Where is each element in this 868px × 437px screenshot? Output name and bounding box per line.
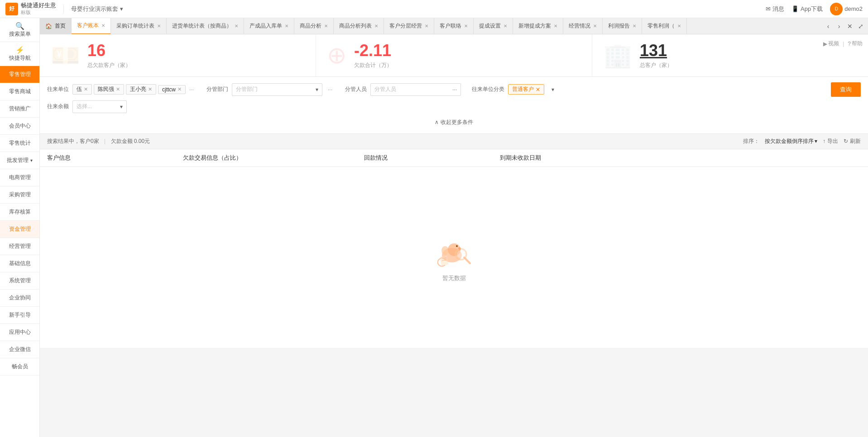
- sidebar-item-label: 应用中心: [2, 328, 38, 336]
- tab-label: 产成品入库单: [249, 22, 282, 30]
- user-menu[interactable]: D demo2: [830, 3, 863, 15]
- filter-tag-close-cjttcw[interactable]: ✕: [177, 86, 182, 92]
- tab-close-icon[interactable]: ✕: [554, 24, 557, 28]
- tab-close-icon[interactable]: ✕: [235, 24, 238, 28]
- play-icon: ▶: [823, 41, 827, 47]
- sidebar-item-system[interactable]: 系统管理: [0, 272, 39, 290]
- sidebar-search-menu[interactable]: 🔍 搜索菜单: [0, 18, 39, 42]
- tab-expand-btn[interactable]: ⤢: [856, 22, 865, 31]
- sidebar-item-basic-info[interactable]: 基础信息: [0, 255, 39, 272]
- filter-tag-close-wu[interactable]: ✕: [84, 86, 88, 92]
- tab-close-icon[interactable]: ✕: [425, 24, 428, 28]
- dept-more-btn[interactable]: ···: [326, 86, 334, 94]
- tab-new-commission[interactable]: 新增提成方案 ✕: [513, 18, 563, 34]
- stat-body-debt: -2.11 欠款合计（万）: [354, 42, 392, 69]
- results-summary: 搜索结果中，客户0家 | 欠款金额 0.00元: [47, 138, 150, 145]
- sidebar-item-operations[interactable]: 经营管理: [0, 238, 39, 255]
- tab-commission-settings[interactable]: 提成设置 ✕: [474, 18, 513, 34]
- sidebar-item-enterprise-wechat[interactable]: 企业微信: [0, 341, 39, 358]
- tab-purchase-stats-by-product[interactable]: 进货单统计表（按商品） ✕: [167, 18, 244, 34]
- tab-close-icon[interactable]: ✕: [101, 23, 105, 28]
- stat-icon-building: 🏢: [603, 43, 633, 67]
- help-label: 帮助: [852, 40, 863, 48]
- message-btn[interactable]: ✉ 消息: [766, 5, 784, 13]
- sidebar-item-label: 资金管理: [2, 225, 38, 233]
- tab-customer-layered[interactable]: 客户分层经营 ✕: [384, 18, 434, 34]
- tab-scroll-right-btn[interactable]: ›: [834, 22, 844, 31]
- filter-area: 往来单位 伍 ✕ 陈民强 ✕ 王小亮 ✕: [40, 77, 868, 134]
- tab-close-icon[interactable]: ✕: [464, 24, 468, 28]
- tab-label: 利润报告: [608, 22, 630, 30]
- tab-close-icon[interactable]: ✕: [324, 24, 328, 28]
- sort-select[interactable]: 按欠款金额倒序排序 ▾: [765, 138, 817, 145]
- logo-name: 畅捷通好生意: [21, 2, 56, 9]
- sidebar-item-app-center[interactable]: 应用中心: [0, 324, 39, 341]
- tab-scroll-left-btn[interactable]: ‹: [824, 22, 833, 31]
- tab-close-icon[interactable]: ✕: [374, 24, 378, 28]
- tab-close-icon[interactable]: ✕: [504, 24, 507, 28]
- tab-business-overview[interactable]: 经营情况 ✕: [563, 18, 603, 34]
- empty-text: 暂无数据: [442, 274, 466, 282]
- filter-balance-label: 往来余额: [47, 103, 69, 110]
- stats-row: 💴 16 总欠款客户（家） ⊕ -2.11 欠款合计（万）: [40, 34, 868, 77]
- tab-close-icon[interactable]: ✕: [677, 24, 681, 28]
- refresh-btn[interactable]: ↻ 刷新: [844, 138, 861, 145]
- tab-label: 客户分层经营: [389, 22, 422, 30]
- export-btn[interactable]: ↑ 导出: [823, 138, 838, 145]
- tab-product-analysis[interactable]: 商品分析 ✕: [294, 18, 334, 34]
- sidebar-item-marketing[interactable]: 营销推广: [0, 100, 39, 118]
- sidebar-item-member-center[interactable]: 会员中心: [0, 118, 39, 135]
- sidebar-item-retail-mall[interactable]: 零售商城: [0, 83, 39, 100]
- filter-tag-close-wang[interactable]: ✕: [148, 86, 152, 92]
- sidebar-item-wholesale[interactable]: 批发管理 ▾: [0, 152, 39, 169]
- app-download-btn[interactable]: 📱 App下载: [791, 5, 823, 13]
- logo-area: 好 畅捷通好生意 标版: [5, 2, 56, 16]
- refresh-label: 刷新: [850, 138, 861, 145]
- tab-customer-contact[interactable]: 客户联络 ✕: [434, 18, 474, 34]
- tab-home[interactable]: 🏠 首页: [40, 18, 72, 34]
- tab-retail-profit[interactable]: 零售利润（ ✕: [642, 18, 687, 34]
- video-btn[interactable]: ▶ 视频: [823, 40, 839, 48]
- stat-body-debtors: 16 总欠款客户（家）: [87, 42, 131, 69]
- category-tag-close[interactable]: ✕: [536, 86, 540, 93]
- tab-profit-report[interactable]: 利润报告 ✕: [603, 18, 642, 34]
- query-button[interactable]: 查询: [831, 82, 861, 97]
- filter-person-select[interactable]: 分管人员 ···: [370, 83, 461, 96]
- tab-customer-ledger[interactable]: 客户账本 ✕: [72, 18, 111, 34]
- sidebar-item-inventory[interactable]: 库存核算: [0, 204, 39, 221]
- sidebar-item-label: 营销推广: [2, 105, 38, 113]
- collapse-btn[interactable]: ∧ 收起更多条件: [47, 117, 861, 128]
- sidebar-item-retail-stats[interactable]: 零售统计: [0, 135, 39, 152]
- col-customer-info: 客户信息: [47, 154, 183, 162]
- tab-close-icon[interactable]: ✕: [157, 24, 161, 28]
- filter-tag-value: 陈民强: [98, 86, 114, 93]
- sidebar-item-chang-member[interactable]: 畅会员: [0, 358, 39, 375]
- sidebar-item-ecommerce[interactable]: 电商管理: [0, 169, 39, 186]
- help-btn[interactable]: ? 帮助: [848, 40, 863, 48]
- logo-text-block: 畅捷通好生意 标版: [21, 2, 56, 16]
- more-tags-btn[interactable]: ···: [187, 86, 196, 94]
- sidebar-item-purchase[interactable]: 采购管理: [0, 186, 39, 204]
- sidebar-item-finance[interactable]: 资金管理: [0, 221, 39, 238]
- stat-label-debtors: 总欠款客户（家）: [87, 62, 131, 69]
- sidebar-quick-nav[interactable]: ⚡ 快捷导航: [0, 42, 39, 66]
- refresh-icon: ↻: [844, 138, 848, 144]
- industry-selector[interactable]: 母婴行业演示账套 ▾: [71, 5, 123, 13]
- filter-balance-select[interactable]: 选择... ▾: [72, 100, 127, 113]
- tab-close-icon[interactable]: ✕: [593, 24, 597, 28]
- filter-tag-close-chen[interactable]: ✕: [116, 86, 120, 92]
- tab-close-all-btn[interactable]: ✕: [845, 22, 854, 31]
- tab-close-icon[interactable]: ✕: [633, 24, 636, 28]
- svg-point-1: [441, 246, 449, 255]
- filter-category-dropdown[interactable]: ▾: [548, 83, 584, 96]
- sidebar-item-enterprise-collab[interactable]: 企业协同: [0, 290, 39, 307]
- sidebar-item-retail-management[interactable]: 零售管理: [0, 66, 39, 83]
- filter-dept-select[interactable]: 分管部门 ▾: [232, 83, 322, 96]
- divider: [63, 5, 64, 14]
- sidebar-item-newbie-guide[interactable]: 新手引导: [0, 307, 39, 324]
- tab-label: 提成设置: [479, 22, 501, 30]
- tab-product-analysis-list[interactable]: 商品分析列表 ✕: [334, 18, 384, 34]
- tab-purchase-order-stats[interactable]: 采购订单统计表 ✕: [111, 18, 167, 34]
- tab-finished-goods[interactable]: 产成品入库单 ✕: [244, 18, 294, 34]
- tab-close-icon[interactable]: ✕: [285, 24, 288, 28]
